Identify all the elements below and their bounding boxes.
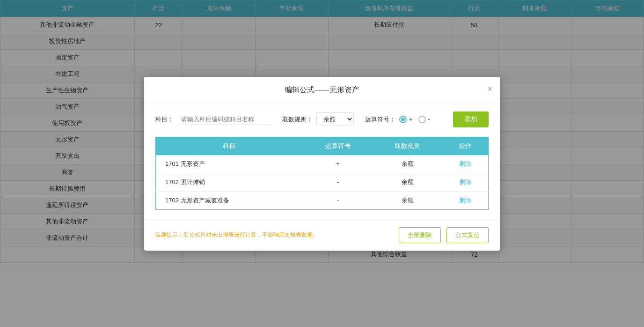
add-button[interactable]: 添加 [453,111,489,127]
radio-minus[interactable]: - [418,116,430,123]
rule-section: 取数规则： 余额 借方 贷方 [282,112,354,126]
radio-minus-circle [418,116,426,123]
formula-table: 科目运算符号取数规则操作 1701 无形资产+余额删除1702 累计摊销-余额删… [155,137,489,210]
cell-subject: 1702 累计摊销 [156,173,303,191]
cell-action: 删除 [443,191,489,209]
table-row: 1702 累计摊销-余额删除 [156,173,489,191]
radio-plus[interactable]: + [399,116,413,123]
operator-label: 运算符号： [365,115,395,124]
cell-action: 删除 [443,155,489,173]
modal-title: 编辑公式——无形资产 [285,86,359,94]
cell-operator: - [303,173,373,191]
cell-rule: 余额 [373,173,443,191]
footer-buttons: 全部删除 公式复位 [399,227,489,243]
table-header: 运算符号 [303,137,373,155]
footer-hint: 温馨提示：新公式只对未出报表进行计算，不影响历史报表数据。 [155,231,318,239]
table-header: 操作 [443,137,489,155]
modal-header: 编辑公式——无形资产 × [144,77,500,102]
rule-label: 取数规则： [282,115,313,124]
table-row: 1703 无形资产减值准备-余额删除 [156,191,489,209]
rule-select-wrap: 余额 借方 贷方 [316,112,354,126]
cell-rule: 余额 [373,191,443,209]
radio-minus-label: - [428,116,430,123]
table-row: 1701 无形资产+余额删除 [156,155,489,173]
cell-operator: - [303,191,373,209]
modal-body: 科目： 取数规则： 余额 借方 贷方 运算符号： [144,102,500,219]
table-header: 取数规则 [373,137,443,155]
table-header: 科目 [156,137,303,155]
cell-action: 删除 [443,173,489,191]
modal-close-button[interactable]: × [487,85,492,93]
radio-plus-circle [399,116,407,123]
reset-formula-button[interactable]: 公式复位 [446,227,489,243]
subject-label: 科目： [155,115,174,124]
delete-all-button[interactable]: 全部删除 [399,227,441,243]
delete-link[interactable]: 删除 [459,178,471,186]
operator-section: 运算符号： + - [365,115,430,124]
cell-subject: 1701 无形资产 [156,155,303,173]
cell-subject: 1703 无形资产减值准备 [156,191,303,209]
delete-link[interactable]: 删除 [459,197,471,204]
radio-group: + - [399,116,430,123]
form-row: 科目： 取数规则： 余额 借方 贷方 运算符号： [155,111,489,127]
edit-formula-modal: 编辑公式——无形资产 × 科目： 取数规则： 余额 借方 贷方 [144,77,500,251]
radio-plus-label: + [409,116,413,123]
delete-link[interactable]: 删除 [459,160,471,167]
cell-rule: 余额 [373,155,443,173]
modal-overlay: 编辑公式——无形资产 × 科目： 取数规则： 余额 借方 贷方 [0,0,644,327]
cell-operator: + [303,155,373,173]
rule-select[interactable]: 余额 借方 贷方 [316,112,354,126]
modal-footer: 温馨提示：新公式只对未出报表进行计算，不影响历史报表数据。 全部删除 公式复位 [144,219,500,251]
subject-input[interactable] [177,114,271,125]
